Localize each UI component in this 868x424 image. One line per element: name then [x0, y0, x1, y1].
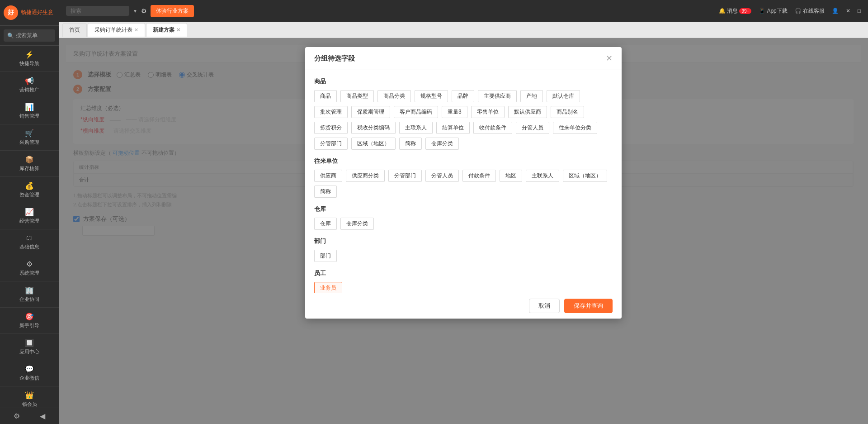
field-tag-1-2[interactable]: 分管部门 [388, 170, 422, 182]
topbar-close-icon[interactable]: ✕ [846, 8, 850, 14]
caigou-icon: 🛒 [25, 129, 34, 138]
search-dropdown-arrow[interactable]: ▼ [133, 9, 137, 14]
field-tag-0-8[interactable]: 批次管理 [314, 106, 348, 118]
logo-text: 畅捷通好生意 [21, 9, 53, 16]
sidebar-item-zijin[interactable]: 💰资金管理 [0, 177, 59, 203]
sidebar-item-caigou[interactable]: 🛒采购管理 [0, 124, 59, 151]
field-tag-1-0[interactable]: 供应商 [314, 170, 342, 182]
field-tag-0-5[interactable]: 主要供应商 [478, 90, 517, 102]
settings-icon[interactable]: ⚙ [141, 7, 147, 14]
collapse-footer-button[interactable]: ◀ [40, 412, 45, 420]
sidebar-item-label: 资金管理 [19, 191, 39, 198]
field-tag-0-21[interactable]: 往来单位分类 [553, 122, 597, 134]
sidebar-item-xitong[interactable]: ⚙系统管理 [0, 255, 59, 281]
field-tag-1-7[interactable]: 区域（地区） [563, 170, 607, 182]
field-tag-0-3[interactable]: 规格型号 [415, 90, 448, 102]
field-tag-1-8[interactable]: 简称 [314, 186, 337, 198]
field-group-title-4: 员工 [314, 269, 613, 277]
sidebar-item-qiye[interactable]: 🏢企业协同 [0, 281, 59, 308]
tab-order_stats[interactable]: 采购订单统计表✕ [88, 23, 145, 37]
tab-close-order_stats[interactable]: ✕ [134, 27, 138, 33]
weixin-icon: 💬 [25, 365, 34, 373]
field-group-title-2: 仓库 [314, 205, 613, 213]
user-avatar[interactable]: 👤 [832, 8, 839, 14]
sidebar-item-yingyong[interactable]: 🔲应用中心 [0, 334, 59, 360]
jingying-icon: 📈 [25, 208, 34, 216]
field-tag-0-1[interactable]: 商品类型 [340, 90, 374, 102]
tab-home[interactable]: 首页 [62, 23, 87, 37]
content-area: 采购订单统计表方案设置 1 选择模板 汇总表明细表交叉统计表 2 方案配置 汇总… [59, 38, 868, 424]
sidebar-item-label: 营销推广 [19, 86, 39, 93]
field-tag-0-17[interactable]: 主联系人 [399, 122, 433, 134]
field-tag-2-1[interactable]: 仓库分类 [340, 218, 374, 230]
bell-icon: 🔔 [719, 8, 726, 14]
field-tag-0-12[interactable]: 零售单位 [471, 106, 505, 118]
field-tag-0-22[interactable]: 分管部门 [314, 138, 348, 150]
field-tag-1-1[interactable]: 供应商分类 [346, 170, 385, 182]
sidebar-logo: 好 畅捷通好生意 [0, 0, 59, 26]
tab-label-home: 首页 [69, 26, 80, 34]
field-tag-0-11[interactable]: 重量3 [442, 106, 467, 118]
sidebar-item-jingying[interactable]: 📈经营管理 [0, 203, 59, 229]
global-search-input[interactable] [66, 6, 129, 16]
tab-new_plan[interactable]: 新建方案✕ [146, 23, 187, 37]
top-bar-left: ▼ ⚙ 体验行业方案 [66, 5, 194, 17]
confirm-button[interactable]: 保存并查询 [564, 299, 613, 313]
sidebar-item-label: 库存核算 [19, 165, 39, 172]
app-download-area[interactable]: 📱 App下载 [759, 7, 787, 15]
field-tag-0-9[interactable]: 保质期管理 [351, 106, 390, 118]
sidebar-item-jichu[interactable]: 🗂基础信息 [0, 229, 59, 255]
modal-body[interactable]: 商品商品商品类型商品分类规格型号品牌主要供应商产地默认仓库批次管理保质期管理客户… [305, 70, 622, 293]
field-tag-1-3[interactable]: 分管人员 [425, 170, 459, 182]
logo-icon: 好 [4, 5, 18, 20]
field-tag-0-4[interactable]: 品牌 [452, 90, 474, 102]
field-group-title-3: 部门 [314, 237, 613, 245]
field-tag-0-18[interactable]: 结算单位 [436, 122, 470, 134]
sidebar-item-xiaoshou[interactable]: 📊销售管理 [0, 98, 59, 124]
sidebar-search-area[interactable]: 🔍 搜索菜单 [0, 26, 59, 46]
tab-bar: 首页采购订单统计表✕新建方案✕ [59, 22, 868, 38]
topbar-expand-icon[interactable]: □ [858, 8, 861, 14]
tab-close-new_plan[interactable]: ✕ [176, 27, 180, 33]
field-tag-0-24[interactable]: 简称 [399, 138, 422, 150]
field-tag-0-16[interactable]: 税收分类编码 [351, 122, 396, 134]
sidebar-item-yingxiao[interactable]: 📢营销推广 [0, 72, 59, 98]
field-tag-3-0[interactable]: 部门 [314, 250, 337, 262]
field-tag-0-25[interactable]: 仓库分类 [425, 138, 459, 150]
field-tag-0-23[interactable]: 区域（地区） [351, 138, 396, 150]
sidebar-item-kuaijie[interactable]: ⚡快捷导航 [0, 46, 59, 72]
tab-label-order_stats: 采购订单统计表 [94, 26, 132, 34]
field-tag-0-10[interactable]: 客户商品编码 [394, 106, 438, 118]
field-tag-0-14[interactable]: 商品别名 [551, 106, 584, 118]
settings-footer-button[interactable]: ⚙ [14, 412, 20, 420]
sidebar-item-xinshou[interactable]: 🎯新手引导 [0, 308, 59, 334]
sidebar-item-label: 采购管理 [19, 139, 39, 146]
experience-plan-button[interactable]: 体验行业方案 [151, 5, 194, 17]
field-tag-0-0[interactable]: 商品 [314, 90, 337, 102]
field-tag-0-13[interactable]: 默认供应商 [508, 106, 547, 118]
sidebar-item-kucun[interactable]: 📦库存核算 [0, 151, 59, 177]
field-list-2: 仓库仓库分类 [314, 218, 613, 230]
modal-close-button[interactable]: ✕ [606, 53, 613, 63]
cancel-button[interactable]: 取消 [529, 299, 560, 313]
sidebar-item-label: 系统管理 [19, 270, 39, 276]
sidebar-item-weixin[interactable]: 💬企业微信 [0, 360, 59, 386]
field-tag-0-7[interactable]: 默认仓库 [547, 90, 580, 102]
kucun-icon: 📦 [25, 155, 34, 164]
notification-area[interactable]: 🔔 消息 99+ [719, 7, 751, 15]
search-menu-button[interactable]: 🔍 搜索菜单 [4, 29, 55, 42]
sidebar-item-huiyuan[interactable]: 👑畅会员 [0, 386, 59, 408]
online-service-area[interactable]: 🎧 在线客服 [795, 7, 825, 15]
field-tag-0-15[interactable]: 拣货积分 [314, 122, 348, 134]
field-tag-0-19[interactable]: 收付款条件 [473, 122, 512, 134]
field-tag-2-0[interactable]: 仓库 [314, 218, 337, 230]
field-tag-1-4[interactable]: 付款条件 [462, 170, 496, 182]
field-tag-1-6[interactable]: 主联系人 [526, 170, 559, 182]
field-tag-4-0[interactable]: 业务员 [314, 282, 342, 293]
modal-title: 分组待选字段 [314, 54, 355, 63]
field-tag-1-5[interactable]: 地区 [500, 170, 522, 182]
field-tag-0-6[interactable]: 产地 [520, 90, 543, 102]
field-tag-0-2[interactable]: 商品分类 [377, 90, 411, 102]
search-menu-label: 搜索菜单 [16, 32, 38, 39]
field-tag-0-20[interactable]: 分管人员 [516, 122, 549, 134]
